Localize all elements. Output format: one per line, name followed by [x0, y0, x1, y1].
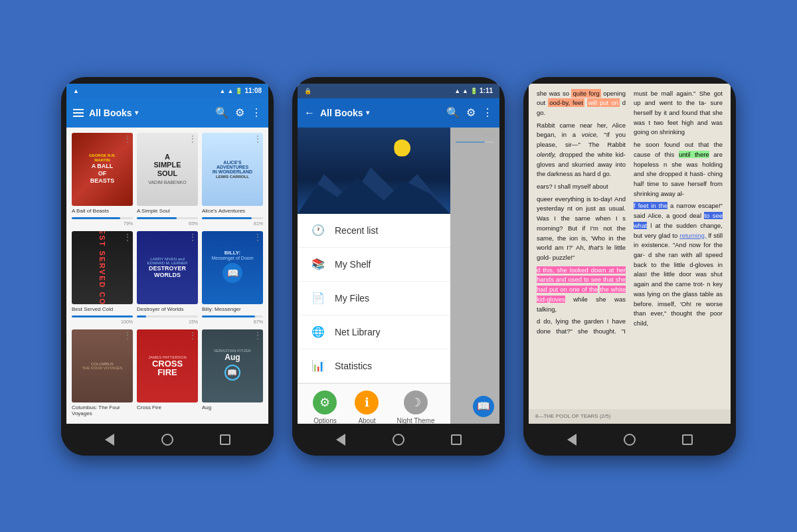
about-btn[interactable]: ℹ About [355, 391, 379, 424]
options-btn[interactable]: ⚙ Options [313, 391, 337, 424]
book-item-2[interactable]: ASIMPLESOULVADIM BABENKO ⋮ A Simple Soul… [137, 133, 198, 227]
book-menu-8[interactable]: ⋮ [189, 331, 197, 340]
wifi-icon: ▲ [228, 88, 234, 94]
book-cover-6: BILLY: Messenger of Doom 📖 [202, 231, 263, 304]
lock-icon: 🔒 [304, 88, 311, 94]
book-title-9: Aug [202, 404, 263, 411]
chart-icon: 📊 [311, 359, 325, 373]
phone3-screen: she was so quite forg opening out ood-by… [529, 84, 731, 424]
book-cover-wrap-7: COLUMBUS THE FOUR VOYAGES ⋮ [72, 329, 133, 402]
back3-nav[interactable] [565, 432, 579, 447]
book-menu-2[interactable]: ⋮ [189, 134, 197, 143]
book-cover-3: ALICE'SADVENTURESIN WONDERLANDLEWIS CARR… [202, 133, 263, 206]
book-title-1: A Ball of Beasts [72, 208, 133, 215]
book-item-5[interactable]: LARRY NIVEN andEDWARD M. LERNER DESTROYE… [137, 231, 198, 325]
book-item-9[interactable]: SEBASTIAN FITZEK Aug 📖 ⋮ Aug [202, 329, 263, 418]
status2-left: 🔒 [304, 88, 311, 94]
home2-nav[interactable] [391, 432, 406, 447]
back-nav[interactable] [102, 432, 117, 447]
phone2-nav-bar [292, 424, 505, 456]
book-cover-wrap-1: GEORGE R.R. MARTIN A BALLOFBEASTS ⋮ [72, 133, 133, 206]
about-label: About [358, 417, 375, 424]
progress-wrap-4 [72, 315, 133, 317]
hamburger-menu[interactable] [73, 109, 84, 117]
menu-bottom: ⚙ Options ℹ About ☽ Night Theme [298, 383, 450, 424]
app-bar-icons: 🔍 ⚙ ⋮ [215, 106, 262, 119]
reader-para-4: queer everything is to-day! And yesterda… [537, 195, 626, 263]
phone-2: 🔒 ▲ ▲ 🔋 1:11 ← All Books ▾ 🔍 ⚙ [292, 77, 505, 456]
phone2-overlay: 🕐 Recent list 📚 My Shelf 📄 My Files [298, 128, 499, 424]
filter2-icon[interactable]: ⚙ [466, 106, 476, 119]
dropdown2-arrow[interactable]: ▾ [366, 109, 369, 116]
back2-nav[interactable] [333, 432, 348, 447]
book-cover-8: JAMES PATTERSON CROSSFIRE [137, 329, 198, 402]
phone2-app-bar: ← All Books ▾ 🔍 ⚙ ⋮ [298, 98, 499, 128]
book-cover-5: LARRY NIVEN andEDWARD M. LERNER DESTROYE… [137, 231, 198, 304]
book-item-6[interactable]: BILLY: Messenger of Doom 📖 ⋮ Billy: Mess… [202, 231, 263, 325]
highlight-underline-1: returning, [679, 232, 706, 239]
more-icon[interactable]: ⋮ [251, 106, 262, 119]
phone1-status-bar: ▲ ▲ ▲ 🔋 11:08 [66, 84, 268, 98]
phone-1: ▲ ▲ ▲ 🔋 11:08 All Books ▾ [61, 77, 274, 456]
reader-para-1: she was so quite forg opening out ood-by… [537, 89, 626, 118]
dropdown-arrow[interactable]: ▾ [135, 109, 138, 116]
book-item-4[interactable]: JOE ABERCROMBIE BEST SERVED COLD ⋮ Best … [72, 231, 133, 325]
book-menu-1[interactable]: ⋮ [124, 134, 132, 143]
book-title-6: Billy: Messenger [202, 306, 263, 313]
book-menu-5[interactable]: ⋮ [189, 232, 197, 242]
progress-pct-3: 81% [202, 221, 263, 226]
night-icon: ☽ [404, 391, 428, 414]
book-menu-9[interactable]: ⋮ [254, 331, 262, 340]
book-item-8[interactable]: JAMES PATTERSON CROSSFIRE ⋮ Cross Fire [137, 329, 198, 418]
books-grid: GEORGE R.R. MARTIN A BALLOFBEASTS ⋮ A Ba… [66, 128, 268, 424]
book-cover-wrap-4: JOE ABERCROMBIE BEST SERVED COLD ⋮ [72, 231, 133, 304]
progress-pct-2: 65% [137, 221, 198, 226]
reader-fab[interactable]: 📖 [473, 396, 494, 417]
filter-icon[interactable]: ⚙ [235, 106, 244, 119]
slide-menu: 🕐 Recent list 📚 My Shelf 📄 My Files [298, 214, 450, 424]
recent2-nav[interactable] [449, 432, 464, 447]
globe-icon: 🌐 [311, 325, 325, 339]
signal-icon: ▲ [220, 88, 226, 94]
more2-icon[interactable]: ⋮ [482, 106, 493, 119]
battery-icon: 🔋 [235, 88, 242, 94]
wifi2-icon: ▲ [462, 88, 468, 94]
progress-fill-2 [137, 217, 177, 219]
menu-item-recent[interactable]: 🕐 Recent list [298, 214, 450, 248]
back-arrow[interactable]: ← [304, 107, 315, 119]
book-item-1[interactable]: GEORGE R.R. MARTIN A BALLOFBEASTS ⋮ A Ba… [72, 133, 133, 227]
reader-content: she was so quite forg opening out ood-by… [529, 84, 731, 409]
reader-para-3: ears? I shall myself about [537, 182, 626, 192]
phone2-status-bar: 🔒 ▲ ▲ 🔋 1:11 [298, 84, 499, 98]
recent3-nav[interactable] [680, 432, 695, 447]
book-item-3[interactable]: ALICE'SADVENTURESIN WONDERLANDLEWIS CARR… [202, 133, 263, 227]
progress-fill-6 [202, 315, 255, 317]
search2-icon[interactable]: 🔍 [446, 106, 460, 119]
progress-fill-4 [72, 315, 133, 317]
signal2-icon: ▲ [454, 88, 460, 94]
status-left: ▲ [73, 88, 79, 94]
sidebar-pane: 🕐 Recent list 📚 My Shelf 📄 My Files [298, 128, 450, 424]
phone1-nav-bar [61, 424, 274, 456]
progress-pct-1: 79% [72, 221, 133, 226]
book-menu-6[interactable]: ⋮ [254, 232, 262, 242]
book-menu-7[interactable]: ⋮ [124, 331, 132, 340]
recent-nav[interactable] [218, 432, 232, 447]
phone2-screen: 🔒 ▲ ▲ 🔋 1:11 ← All Books ▾ 🔍 ⚙ [298, 84, 499, 424]
book-item-7[interactable]: COLUMBUS THE FOUR VOYAGES ⋮ Columbus: Th… [72, 329, 133, 418]
status-time: 11:08 [244, 87, 262, 94]
book-menu-4[interactable]: ⋮ [124, 232, 132, 242]
search-icon[interactable]: 🔍 [215, 106, 228, 119]
progress-fill-3 [202, 217, 252, 219]
home3-nav[interactable] [622, 432, 637, 447]
book-cover-wrap-8: JAMES PATTERSON CROSSFIRE ⋮ [137, 329, 198, 402]
home-nav[interactable] [160, 432, 175, 447]
phones-container: ▲ ▲ ▲ 🔋 11:08 All Books ▾ [48, 50, 749, 482]
menu-item-files[interactable]: 📄 My Files [298, 282, 450, 315]
menu-item-statistics[interactable]: 📊 Statistics [298, 349, 450, 383]
book-menu-3[interactable]: ⋮ [254, 134, 262, 143]
menu-item-library[interactable]: 🌐 Net Library [298, 315, 450, 349]
menu-item-shelf[interactable]: 📚 My Shelf [298, 248, 450, 282]
night-theme-btn[interactable]: ☽ Night Theme [397, 391, 434, 424]
dimmed-overlay[interactable]: 75% 📖 [450, 128, 499, 424]
